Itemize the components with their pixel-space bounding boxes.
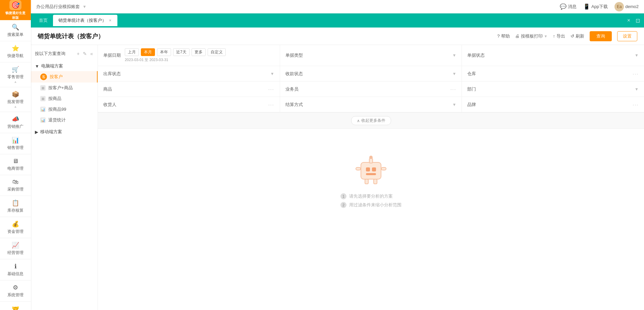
sidebar-item-inventory[interactable]: 📋 库存核算 xyxy=(0,196,31,217)
plan-sidebar-header: 按以下方案查询 + ✎ « xyxy=(31,48,98,60)
date-btn-this-month[interactable]: 本月 xyxy=(141,48,155,56)
date-btn-this-year[interactable]: 本年 xyxy=(157,48,171,56)
plan-item-by-goods[interactable]: ⊞ 按商品 xyxy=(31,93,98,104)
sidebar-item-ecom[interactable]: 🖥 电商管理 xyxy=(0,154,31,175)
salesperson-select[interactable]: ··· xyxy=(307,87,457,92)
sidebar-item-retail[interactable]: 🛒 零售管理 ▲ xyxy=(0,62,31,87)
sidebar-item-label: 资金管理 xyxy=(7,229,23,235)
refresh-button[interactable]: ↺ 刷新 xyxy=(571,33,584,39)
department-arrow: ▼ xyxy=(635,87,639,92)
collab-icon: 🤝 xyxy=(12,305,19,310)
app-download-button[interactable]: 📱 App下载 xyxy=(583,3,608,10)
brand-dots[interactable]: ··· xyxy=(633,102,639,107)
goods-select[interactable]: ··· xyxy=(125,87,274,92)
tip-num-2: 2 xyxy=(340,202,346,208)
plan-edit-button[interactable]: ✎ xyxy=(82,50,88,57)
empty-state: 1 请先选择要分析的方案 2 用过滤条件来缩小分析范围 xyxy=(98,129,644,228)
filter-content-area: 单据日期 上月 本月 本年 近7天 更多 自定义 xyxy=(98,45,644,310)
settlement-select[interactable]: ▼ xyxy=(307,102,457,107)
page-title: 销货单统计表（按客户） xyxy=(38,32,104,40)
sidebar-item-finance[interactable]: 💰 资金管理 xyxy=(0,217,31,238)
settings-button[interactable]: 设置 xyxy=(617,31,637,41)
logo-icon: 🎯 xyxy=(9,0,21,10)
sidebar-item-search-menu[interactable]: 🔍 搜索菜单 xyxy=(0,20,31,41)
collapse-button[interactable]: ∧ 收起更多条件 xyxy=(351,116,391,125)
return-stats-label: 退货统计 xyxy=(48,117,66,123)
print-dropdown-icon: ▼ xyxy=(544,34,548,38)
tab-home-label: 首页 xyxy=(39,17,48,23)
tab-close-button[interactable]: × xyxy=(108,17,112,23)
warehouse-dots[interactable]: ··· xyxy=(633,71,639,76)
sidebar-item-basic[interactable]: ℹ 基础信息 xyxy=(0,259,31,280)
date-btn-more[interactable]: 更多 xyxy=(192,48,206,56)
svg-rect-7 xyxy=(381,167,386,170)
restore-window-button[interactable]: ⊡ xyxy=(634,16,641,25)
download-icon: 📱 xyxy=(583,3,590,10)
goods-dots[interactable]: ··· xyxy=(268,87,274,92)
by-goods-label: 按商品 xyxy=(48,96,61,102)
department-select[interactable]: ▼ xyxy=(489,87,639,92)
by-customer-label: 按客户 xyxy=(50,74,63,80)
plan-item-by-customer[interactable]: 客 按客户 xyxy=(31,71,98,83)
wholesale-expand-icon: ▲ xyxy=(14,105,17,108)
template-print-button[interactable]: 🖨 按模板打印 ▼ xyxy=(515,33,548,39)
tip-num-1: 1 xyxy=(340,193,346,199)
brand-select[interactable]: ··· xyxy=(489,102,639,107)
plan-header-label: 按以下方案查询 xyxy=(35,51,65,57)
salesperson-dots[interactable]: ··· xyxy=(450,87,457,92)
order-status-select[interactable]: ▼ xyxy=(489,53,639,58)
tab-sales-summary[interactable]: 销货单统计表（按客户） × xyxy=(53,15,117,26)
sidebar-item-wholesale[interactable]: 📦 批发管理 ▲ xyxy=(0,87,31,112)
date-btn-last-month[interactable]: 上月 xyxy=(125,48,139,56)
tab-home[interactable]: 首页 xyxy=(34,15,53,26)
date-btn-7days[interactable]: 近7天 xyxy=(173,48,190,56)
filter-brand-label: 品牌 xyxy=(467,102,486,108)
collection-select[interactable]: ▼ xyxy=(307,71,457,76)
desktop-section-header[interactable]: ▼ 电脑端方案 xyxy=(31,61,98,71)
desktop-plan-section: ▼ 电脑端方案 客 按客户 ⊞ 按客户+商品 ⊞ 按商品 xyxy=(31,60,98,127)
sidebar-item-enterprise-collab[interactable]: 🤝 企业协同 xyxy=(0,302,31,310)
industry-dropdown-icon[interactable]: ▼ xyxy=(83,4,87,9)
warehouse-select[interactable]: ··· xyxy=(489,71,639,76)
date-filter-wrapper: 上月 本月 本年 近7天 更多 自定义 2023-03-01 至 2023-03… xyxy=(125,48,226,62)
order-type-select[interactable]: ▼ xyxy=(307,53,457,58)
industry-label[interactable]: 办公用品行业模拟账套 xyxy=(36,4,80,10)
recipient-select[interactable]: ··· xyxy=(125,102,274,107)
help-button[interactable]: ? 帮助 xyxy=(497,33,509,39)
export-button[interactable]: ↑ 导出 xyxy=(553,33,566,39)
empty-tips: 1 请先选择要分析的方案 2 用过滤条件来缩小分析范围 xyxy=(340,193,401,208)
filter-order-status-label: 单据状态 xyxy=(467,52,486,58)
plan-item-return-stats[interactable]: 📊 退货统计 xyxy=(31,115,98,125)
close-window-button[interactable]: × xyxy=(626,16,632,25)
by-customer-icon: 客 xyxy=(40,73,47,80)
sidebar-item-label: 搜索菜单 xyxy=(7,32,23,38)
sidebar-item-system[interactable]: ⚙ 系统管理 xyxy=(0,280,31,302)
filter-brand-cell: 品牌 ··· xyxy=(462,97,644,112)
return-stats-icon: 📊 xyxy=(40,117,46,123)
sidebar-item-quick-nav[interactable]: ⭐ 快捷导航 xyxy=(0,41,31,62)
mobile-section-arrow: ▶ xyxy=(35,130,38,135)
mobile-section-header[interactable]: ▶ 移动端方案 xyxy=(31,127,98,137)
page-header: 销货单统计表（按客户） ? 帮助 🖨 按模板打印 ▼ ↑ 导出 ↺ 刷新 xyxy=(31,28,644,45)
sidebar-item-sales[interactable]: 📊 销售管理 xyxy=(0,133,31,154)
user-menu[interactable]: Ea demo2 xyxy=(614,2,639,11)
collection-arrow: ▼ xyxy=(452,71,456,76)
app-subtitle: 标版 xyxy=(12,15,19,20)
plan-item-by-goods-99[interactable]: 📊 按商品99 xyxy=(31,104,98,115)
sidebar-item-purchase[interactable]: 🛍 采购管理 xyxy=(0,175,31,196)
out-status-select[interactable]: ▼ xyxy=(125,71,274,76)
query-button[interactable]: 查询 xyxy=(590,31,612,41)
sidebar-item-ops[interactable]: 📈 经营管理 xyxy=(0,238,31,259)
plan-add-button[interactable]: + xyxy=(76,50,80,57)
empty-tip-2: 2 用过滤条件来缩小分析范围 xyxy=(340,202,401,208)
recipient-dots[interactable]: ··· xyxy=(268,102,274,107)
svg-rect-1 xyxy=(366,167,370,171)
plan-item-by-customer-goods[interactable]: ⊞ 按客户+商品 xyxy=(31,83,98,93)
sidebar-item-marketing[interactable]: 📣 营销推广 xyxy=(0,112,31,133)
message-button[interactable]: 💬 消息 xyxy=(560,3,577,10)
help-label: 帮助 xyxy=(501,33,510,39)
date-btn-custom[interactable]: 自定义 xyxy=(208,48,226,56)
plan-collapse-button[interactable]: « xyxy=(90,50,94,57)
main-area: 办公用品行业模拟账套 ▼ 💬 消息 📱 App下载 Ea demo2 首页 xyxy=(31,0,644,310)
message-label: 消息 xyxy=(568,4,577,10)
